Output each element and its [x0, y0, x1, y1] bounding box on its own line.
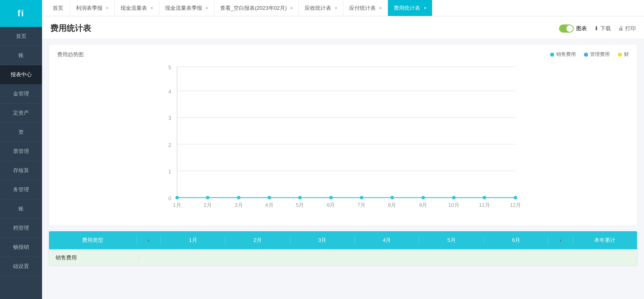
page-title: 费用统计表 [50, 23, 91, 34]
svg-text:7月: 7月 [357, 202, 365, 208]
sidebar-item-base-settings[interactable]: 础设置 [0, 257, 42, 276]
tab-payable[interactable]: 应付统计表 × [343, 0, 388, 16]
next-arrow-icon[interactable]: › [558, 237, 563, 244]
svg-point-22 [421, 196, 425, 199]
legend-finance: 财 [618, 51, 629, 58]
svg-point-17 [267, 196, 271, 199]
table-header-month6: 6月 [484, 237, 548, 244]
close-receivable-tab[interactable]: × [334, 5, 337, 11]
tab-expense[interactable]: 费用统计表 × [388, 0, 432, 16]
table-header-row: 费用类型 ‹ 1月 2月 3月 4月 5月 6月 › 本年累计 [49, 231, 637, 249]
svg-text:11月: 11月 [479, 202, 490, 208]
sidebar-item-inventory[interactable]: 存核算 [0, 161, 42, 180]
content-area: 费用统计表 图表 ⬇ 下载 🖨 打印 费用趋势图 [42, 16, 644, 299]
svg-text:5月: 5月 [296, 202, 304, 208]
table-header-month3: 3月 [290, 237, 355, 244]
tab-receivable[interactable]: 应收统计表 × [299, 0, 343, 16]
table-section: 费用类型 ‹ 1月 2月 3月 4月 5月 6月 › 本年累计 销售费用 [49, 231, 637, 266]
svg-point-18 [298, 196, 301, 199]
legend-admin: 管理费用 [584, 51, 610, 58]
table-header-nav-next[interactable]: › [548, 237, 573, 244]
svg-text:12月: 12月 [510, 202, 521, 208]
svg-point-15 [206, 196, 209, 199]
svg-point-21 [390, 196, 394, 199]
svg-text:0: 0 [168, 196, 171, 202]
print-icon: 🖨 [618, 25, 624, 31]
tab-cashflow[interactable]: 现金流量表 × [115, 0, 159, 16]
close-profit-tab[interactable]: × [106, 5, 109, 11]
svg-point-16 [237, 196, 240, 199]
table-row: 销售费用 [49, 249, 637, 266]
sidebar-item-report-center[interactable]: 报表中心 [0, 65, 42, 84]
sidebar-item-invoice-mgmt[interactable]: 票管理 [0, 142, 42, 161]
sidebar-item-fixed-assets[interactable]: 定资产 [0, 104, 42, 123]
page-header: 费用统计表 图表 ⬇ 下载 🖨 打印 [42, 16, 644, 39]
sidebar-item-payable[interactable]: 账 [0, 199, 42, 219]
download-icon: ⬇ [594, 25, 599, 31]
sidebar-logo: fi [0, 0, 42, 27]
svg-text:1: 1 [168, 169, 171, 175]
legend-label-admin: 管理费用 [590, 51, 610, 58]
line-chart-svg: 0 1 2 3 4 5 [57, 62, 629, 217]
svg-text:3: 3 [168, 115, 171, 121]
close-payable-tab[interactable]: × [379, 5, 382, 11]
svg-point-23 [452, 196, 455, 199]
legend-dot-finance [618, 53, 622, 57]
tab-bar: 首页 利润表季报 × 现金流量表 × 现金流量表季报 × 查看_空白报表(202… [42, 0, 644, 16]
table-header-month4: 4月 [355, 237, 419, 244]
table-header-summary: 本年累计 [573, 237, 637, 244]
svg-point-25 [514, 196, 517, 199]
chart-legend: 销售费用 管理费用 财 [550, 51, 629, 58]
svg-point-24 [483, 196, 486, 199]
legend-label-finance: 财 [624, 51, 629, 58]
legend-dot-admin [584, 53, 588, 57]
svg-text:1月: 1月 [173, 202, 181, 208]
header-actions: 图表 ⬇ 下载 🖨 打印 [559, 24, 636, 33]
table-header-nav-prev[interactable]: ‹ [137, 237, 161, 244]
chart-section: 费用趋势图 销售费用 管理费用 财 [49, 44, 637, 226]
chart-toggle-label: 图表 [576, 25, 587, 32]
sidebar-item-home[interactable]: 首页 [0, 27, 42, 46]
close-cashflow-q-tab[interactable]: × [205, 5, 208, 11]
chart-container: 0 1 2 3 4 5 [57, 62, 629, 217]
tab-profit[interactable]: 利润表季报 × [70, 0, 115, 16]
legend-label-sales: 销售费用 [556, 51, 576, 58]
table-header-type: 费用类型 [49, 237, 137, 244]
tab-home[interactable]: 首页 [46, 0, 70, 16]
svg-text:5: 5 [168, 65, 171, 71]
close-blank-report-tab[interactable]: × [290, 5, 293, 11]
sidebar-item-investment[interactable]: 资 [0, 123, 42, 142]
table-header-month5: 5月 [419, 237, 484, 244]
close-cashflow-tab[interactable]: × [150, 5, 153, 11]
svg-text:6月: 6月 [327, 202, 335, 208]
chart-toggle-wrap[interactable]: 图表 [559, 24, 587, 33]
svg-text:3月: 3月 [235, 202, 243, 208]
table-cell-type: 销售费用 [49, 254, 139, 261]
download-button[interactable]: ⬇ 下载 [594, 25, 611, 32]
legend-sales: 销售费用 [550, 51, 576, 58]
tab-blank-report[interactable]: 查看_空白报表(2023年02月) × [214, 0, 299, 16]
table-header-month1: 1月 [161, 237, 225, 244]
svg-text:9月: 9月 [419, 202, 427, 208]
svg-text:4月: 4月 [265, 202, 273, 208]
sidebar-item-service-mgmt[interactable]: 务管理 [0, 180, 42, 199]
svg-point-19 [329, 196, 332, 199]
svg-text:2月: 2月 [204, 202, 212, 208]
chart-toggle[interactable] [559, 24, 574, 33]
svg-text:8月: 8月 [388, 202, 396, 208]
sidebar-item-fund-mgmt[interactable]: 金管理 [0, 84, 42, 104]
prev-arrow-icon[interactable]: ‹ [146, 237, 152, 244]
close-expense-tab[interactable]: × [423, 5, 426, 11]
sidebar-item-file-mgmt[interactable]: 档管理 [0, 219, 42, 238]
legend-dot-sales [550, 53, 554, 57]
svg-text:10月: 10月 [448, 202, 459, 208]
print-button[interactable]: 🖨 打印 [618, 25, 636, 32]
svg-point-14 [175, 196, 178, 199]
main-area: 首页 利润表季报 × 现金流量表 × 现金流量表季报 × 查看_空白报表(202… [42, 0, 644, 299]
sidebar-item-account[interactable]: 账 [0, 46, 42, 65]
sidebar: fi 首页 账 报表中心 金管理 定资产 资 票管理 存核算 务管理 账 档管理… [0, 0, 42, 299]
tab-cashflow-q[interactable]: 现金流量表季报 × [159, 0, 214, 16]
chart-title: 费用趋势图 [57, 51, 84, 58]
svg-text:4: 4 [168, 89, 171, 95]
sidebar-item-sales-cancel[interactable]: 畅报销 [0, 238, 42, 257]
